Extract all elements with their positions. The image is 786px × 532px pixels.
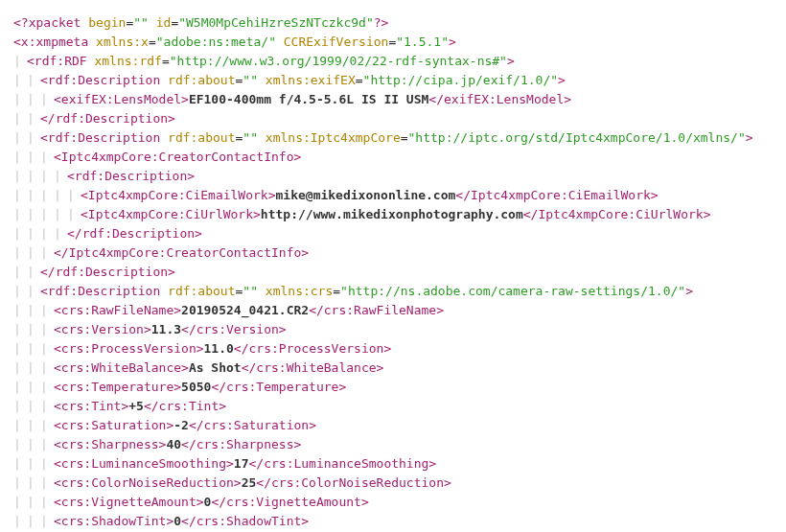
code-line: ||</rdf:Description> — [13, 109, 786, 128]
code-line: |||<crs:Tint>+5</crs:Tint> — [13, 397, 786, 416]
xml-source: <?xpacket begin="" id="W5M0MpCehiHzreSzN… — [13, 13, 786, 531]
code-line: ||||</rdf:Description> — [13, 224, 786, 243]
code-line: |||<Iptc4xmpCore:CreatorContactInfo> — [13, 148, 786, 167]
code-line: |||<exifEX:LensModel>EF100-400mm f/4.5-5… — [13, 90, 786, 109]
code-line: |||<crs:ShadowTint>0</crs:ShadowTint> — [13, 512, 786, 531]
code-line: |||<crs:Version>11.3</crs:Version> — [13, 320, 786, 339]
code-line: |||<crs:LuminanceSmoothing>17</crs:Lumin… — [13, 454, 786, 474]
code-line: <x:xmpmeta xmlns:x="adobe:ns:meta/" CCRE… — [13, 33, 786, 52]
code-line: |||</Iptc4xmpCore:CreatorContactInfo> — [13, 243, 786, 263]
code-line: ||<rdf:Description rdf:about="" xmlns:cr… — [13, 282, 786, 301]
code-line: |||||<Iptc4xmpCore:CiEmailWork>mike@mike… — [13, 186, 786, 205]
code-line: ||<rdf:Description rdf:about="" xmlns:Ip… — [13, 128, 786, 148]
code-line: |||||<Iptc4xmpCore:CiUrlWork>http://www.… — [13, 205, 786, 224]
code-line: ||||<rdf:Description> — [13, 167, 786, 186]
code-line: |||<crs:RawFileName>20190524_0421.CR2</c… — [13, 301, 786, 320]
code-line: |||<crs:Temperature>5050</crs:Temperatur… — [13, 378, 786, 397]
code-line: |||<crs:Sharpness>40</crs:Sharpness> — [13, 435, 786, 454]
code-line: |||<crs:ProcessVersion>11.0</crs:Process… — [13, 339, 786, 359]
code-line: <?xpacket begin="" id="W5M0MpCehiHzreSzN… — [13, 13, 786, 33]
code-line: |||<crs:VignetteAmount>0</crs:VignetteAm… — [13, 493, 786, 512]
code-line: ||<rdf:Description rdf:about="" xmlns:ex… — [13, 71, 786, 90]
code-line: |||<crs:WhiteBalance>As Shot</crs:WhiteB… — [13, 359, 786, 378]
code-line: |||<crs:ColorNoiseReduction>25</crs:Colo… — [13, 474, 786, 493]
code-line: ||</rdf:Description> — [13, 263, 786, 282]
code-line: |||<crs:Saturation>-2</crs:Saturation> — [13, 416, 786, 435]
code-line: |<rdf:RDF xmlns:rdf="http://www.w3.org/1… — [13, 52, 786, 71]
